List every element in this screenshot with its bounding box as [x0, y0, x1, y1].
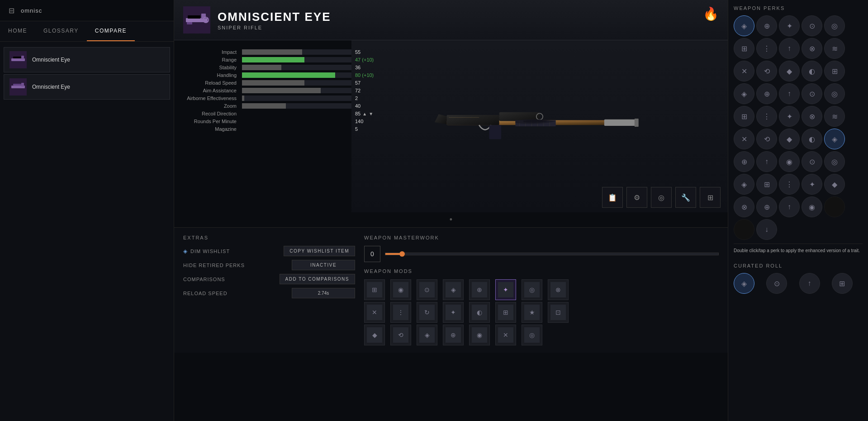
comparisons-label: COMPARISONS [183, 277, 280, 282]
mod-slot[interactable]: ⊕ [469, 279, 490, 300]
perk-icon[interactable]: ⊕ [756, 196, 777, 217]
perk-icon[interactable]: ◎ [824, 15, 845, 36]
perk-icon[interactable]: ↑ [756, 151, 777, 172]
stat-label-recoil: Recoil Direction [183, 111, 242, 116]
stat-bar-fill-impact [242, 49, 302, 55]
perk-icon[interactable]: ⊙ [802, 83, 822, 104]
inactive-button[interactable]: INACTIVE [292, 260, 355, 270]
mod-slot[interactable]: ⊞ [495, 302, 516, 323]
perk-icon[interactable]: ⟲ [756, 129, 777, 149]
action-perk1-icon[interactable]: ⚙ [626, 187, 647, 208]
perk-icon[interactable]: ⊕ [756, 15, 777, 36]
mod-slot[interactable]: ◈ [417, 325, 437, 345]
mod-slot[interactable]: ⊙ [417, 279, 437, 300]
mod-slot[interactable]: ⋮ [390, 302, 411, 323]
perk-icon[interactable]: ◈ [734, 15, 754, 36]
mod-slot[interactable]: ✕ [364, 302, 385, 323]
nav-glossary[interactable]: GLOSSARY [35, 21, 87, 41]
perk-icon[interactable]: ◐ [802, 61, 822, 81]
perk-icon-empty[interactable] [824, 196, 845, 217]
weapon-list-item[interactable]: Omniscient Eye [4, 47, 170, 72]
perk-icon[interactable]: ↓ [756, 219, 777, 240]
add-to-comparisons-button[interactable]: ADD TO COMPARISONS [280, 274, 355, 284]
mod-slot[interactable]: ⟲ [390, 325, 411, 345]
nav-home[interactable]: HOME [0, 21, 35, 41]
mod-slot[interactable]: ⊡ [548, 302, 569, 323]
mod-slot[interactable]: ↻ [417, 302, 437, 323]
perk-icon[interactable]: ⋮ [756, 38, 777, 59]
mod-slot[interactable]: ◆ [364, 325, 385, 345]
mod-slot[interactable]: ⊗ [548, 279, 569, 300]
perk-icon[interactable]: ◉ [779, 151, 800, 172]
mod-slot[interactable]: ⊕ [443, 325, 464, 345]
perk-icon[interactable]: ⊞ [734, 106, 754, 127]
perk-row: ⊕ ↑ ◉ ⊙ ◎ [734, 151, 863, 172]
perk-icon[interactable]: ⊗ [734, 196, 754, 217]
perk-icon[interactable]: ⋮ [779, 174, 800, 195]
mod-slot[interactable]: ◎ [522, 279, 542, 300]
perk-icon[interactable]: ◎ [824, 151, 845, 172]
perk-icon[interactable]: ◉ [802, 196, 822, 217]
perk-icon[interactable]: ✦ [802, 174, 822, 195]
perk-icon[interactable]: ◈ [734, 83, 754, 104]
perk-icon[interactable]: ⊗ [802, 38, 822, 59]
perk-icon[interactable]: ↑ [779, 83, 800, 104]
curated-perk[interactable]: ⊞ [832, 273, 853, 294]
curated-perk[interactable]: ↑ [799, 273, 820, 294]
perk-icon[interactable]: ✦ [779, 106, 800, 127]
perk-icon[interactable]: ⊙ [802, 15, 822, 36]
mod-slot[interactable]: ⊞ [364, 279, 385, 300]
mod-slot[interactable]: ✦ [443, 302, 464, 323]
perk-icon[interactable]: ◎ [824, 83, 845, 104]
perk-icon[interactable]: ◆ [779, 61, 800, 81]
perk-icon-selected[interactable]: ◈ [824, 129, 845, 149]
stat-value-airborne: 2 [355, 96, 382, 101]
perk-icon[interactable]: ◈ [734, 174, 754, 195]
mod-slot[interactable]: ✕ [495, 325, 516, 345]
perk-icon[interactable]: ↑ [779, 196, 800, 217]
mod-slot[interactable]: ◎ [522, 325, 542, 345]
curated-perk[interactable]: ⊙ [766, 273, 787, 294]
mod-slot[interactable]: ◉ [390, 279, 411, 300]
copy-wishlist-button[interactable]: COPY WISHLIST ITEM [284, 246, 355, 256]
mod-slot[interactable]: ★ [522, 302, 542, 323]
masterwork-slider[interactable]: 0 [364, 246, 719, 262]
action-perk2-icon[interactable]: ◎ [651, 187, 672, 208]
action-perk4-icon[interactable]: ⊞ [700, 187, 721, 208]
masterwork-panel: WEAPON MASTERWORK 0 [364, 235, 719, 262]
mod-slot[interactable]: ◈ [443, 279, 464, 300]
perk-icon[interactable]: ≋ [824, 38, 845, 59]
perk-icon[interactable]: ✕ [734, 129, 754, 149]
perk-icon[interactable]: ⊙ [802, 151, 822, 172]
perk-icon[interactable]: ✕ [734, 61, 754, 81]
curated-perk[interactable]: ◈ [734, 273, 754, 294]
perk-icon[interactable]: ⊕ [756, 83, 777, 104]
action-perk3-icon[interactable]: 🔧 [675, 187, 696, 208]
perk-icon[interactable]: ⊞ [756, 174, 777, 195]
mod-icon: ◎ [524, 282, 540, 297]
perk-icon[interactable]: ⊞ [734, 38, 754, 59]
mod-slot-active[interactable]: ✦ [495, 279, 516, 300]
masterwork-track[interactable] [385, 253, 719, 255]
dim-icon: ◈ [183, 248, 188, 254]
nav-compare[interactable]: COMPARE [87, 21, 135, 41]
perk-icon[interactable]: ⟲ [756, 61, 777, 81]
svg-rect-18 [446, 115, 499, 125]
stat-value-rpm: 140 [355, 119, 382, 124]
perk-icon[interactable]: ✦ [779, 15, 800, 36]
perk-icon[interactable]: ◐ [802, 129, 822, 149]
perk-icon[interactable]: ◆ [779, 129, 800, 149]
mod-icon: ◉ [472, 327, 487, 343]
perk-icon[interactable]: ↑ [779, 38, 800, 59]
perk-icon[interactable]: ≋ [824, 106, 845, 127]
mod-slot[interactable]: ◐ [469, 302, 490, 323]
mod-slot[interactable]: ◉ [469, 325, 490, 345]
perk-icon[interactable]: ◆ [824, 174, 845, 195]
action-notes-icon[interactable]: 📋 [602, 187, 623, 208]
perk-icon[interactable]: ⊞ [824, 61, 845, 81]
weapon-list-item[interactable]: Omniscient Eye [4, 74, 170, 100]
stat-row-recoil: Recoil Direction 85 ▲ ▼ [183, 111, 382, 116]
perk-icon[interactable]: ⋮ [756, 106, 777, 127]
perk-icon[interactable]: ⊗ [802, 106, 822, 127]
perk-icon[interactable]: ⊕ [734, 151, 754, 172]
